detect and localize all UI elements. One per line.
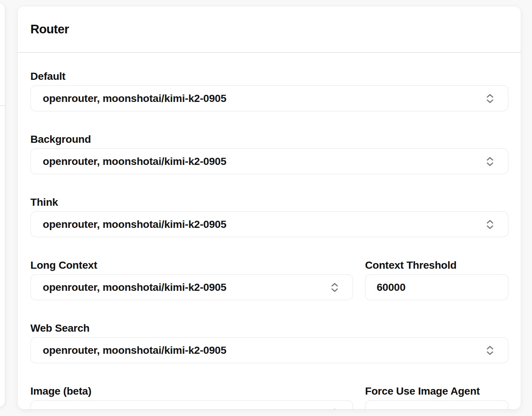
adjacent-card-divider [0,105,5,106]
adjacent-card-edge [0,3,5,407]
chevron-up-down-icon [330,282,340,293]
web-search-label: Web Search [30,322,508,335]
web-search-model-value: openrouter, moonshotai/kimi-k2-0905 [43,344,226,356]
force-use-image-agent-input[interactable] [365,400,508,409]
think-label: Think [30,196,508,209]
default-model-value: openrouter, moonshotai/kimi-k2-0905 [43,93,226,105]
default-label: Default [30,70,508,83]
chevron-up-down-icon [485,93,495,104]
background-label: Background [30,133,508,146]
image-model-select[interactable] [30,400,353,409]
long-context-model-value: openrouter, moonshotai/kimi-k2-0905 [43,281,226,293]
context-threshold-input[interactable] [365,274,508,300]
chevron-up-down-icon [330,408,340,410]
chevron-up-down-icon [485,156,495,167]
router-settings-card: Router Default openrouter, moonshotai/ki… [18,6,521,409]
field-web-search: Web Search openrouter, moonshotai/kimi-k… [30,322,508,363]
long-context-label: Long Context [30,259,353,272]
page-title: Router [30,22,69,36]
image-label: Image (beta) [30,385,353,398]
chevron-up-down-icon [485,219,495,230]
chevron-up-down-icon [485,345,495,356]
think-model-value: openrouter, moonshotai/kimi-k2-0905 [43,218,226,230]
field-force-use-image-agent: Force Use Image Agent [365,385,508,409]
long-context-model-select[interactable]: openrouter, moonshotai/kimi-k2-0905 [30,274,353,300]
field-background: Background openrouter, moonshotai/kimi-k… [30,133,508,174]
field-think: Think openrouter, moonshotai/kimi-k2-090… [30,196,508,237]
field-context-threshold: Context Threshold [365,259,508,300]
row-long-context: Long Context openrouter, moonshotai/kimi… [30,259,508,300]
think-model-select[interactable]: openrouter, moonshotai/kimi-k2-0905 [30,211,508,237]
router-card-body: Default openrouter, moonshotai/kimi-k2-0… [18,53,521,409]
field-long-context: Long Context openrouter, moonshotai/kimi… [30,259,353,300]
background-model-value: openrouter, moonshotai/kimi-k2-0905 [43,156,226,168]
force-use-image-agent-label: Force Use Image Agent [365,385,508,398]
router-card-header: Router [18,6,521,52]
row-image: Image (beta) Force Use Image Agent [30,385,508,409]
field-default: Default openrouter, moonshotai/kimi-k2-0… [30,70,508,111]
web-search-model-select[interactable]: openrouter, moonshotai/kimi-k2-0905 [30,337,508,363]
background-model-select[interactable]: openrouter, moonshotai/kimi-k2-0905 [30,148,508,174]
context-threshold-label: Context Threshold [365,259,508,272]
field-image: Image (beta) [30,385,353,409]
default-model-select[interactable]: openrouter, moonshotai/kimi-k2-0905 [30,85,508,111]
